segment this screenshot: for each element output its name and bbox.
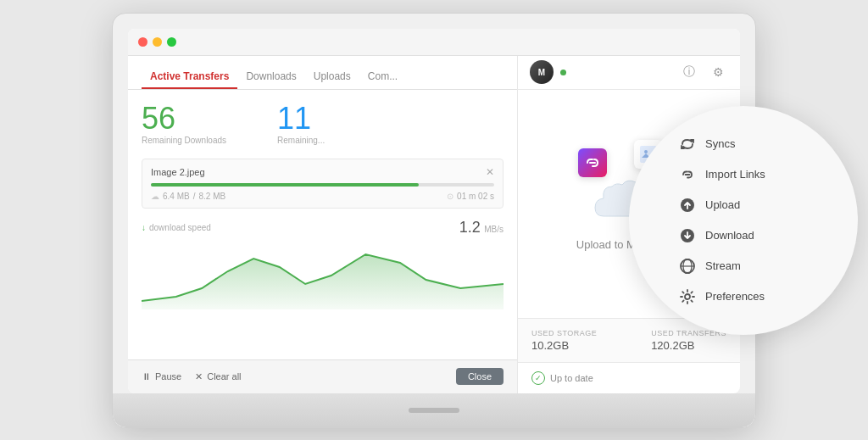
cloud-toolbar: ⓘ ⚙	[679, 62, 728, 82]
chart-svg	[142, 242, 504, 309]
menu-item-download[interactable]: Download	[671, 222, 824, 249]
remaining-downloads-count: 56	[142, 103, 226, 134]
time-remaining: 01 m 02 s	[457, 192, 494, 201]
info-button[interactable]: ⓘ	[679, 62, 699, 82]
upload-label: Upload	[705, 198, 740, 211]
download-label: Download	[705, 229, 754, 242]
download-icon	[678, 226, 697, 245]
speed-chart	[142, 242, 504, 309]
tab-active-transfers[interactable]: Active Transfers	[142, 70, 237, 89]
svg-point-1	[644, 150, 648, 153]
bottom-actions: ⏸ Pause ✕ Clear all	[142, 371, 242, 382]
window-titlebar	[128, 29, 740, 56]
link-menu-icon	[678, 165, 697, 184]
traffic-lights	[138, 37, 176, 47]
tabs-row: Active Transfers Downloads Uploads Com..…	[128, 56, 517, 90]
cloud-icon: ☁	[151, 192, 159, 201]
progress-bar	[151, 183, 494, 187]
remaining-downloads-stat: 56 Remaining Downloads	[142, 103, 226, 145]
minimize-traffic-light[interactable]	[153, 37, 162, 47]
clear-icon: ✕	[195, 371, 203, 382]
transfers-panel: Active Transfers Downloads Uploads Com..…	[128, 56, 518, 393]
size-done: 6.4 MB	[163, 192, 190, 201]
menu-item-upload[interactable]: Upload	[671, 192, 824, 219]
speed-value-area: 1.2 MB/s	[459, 219, 504, 237]
sync-icon	[678, 135, 697, 153]
syncs-label: Syncs	[705, 137, 735, 150]
remaining-downloads-label: Remaining Downloads	[142, 136, 226, 145]
remaining-uploads-stat: 11 Remaining...	[277, 103, 325, 145]
menu-item-import-links[interactable]: Import Links	[671, 161, 824, 188]
tab-completed[interactable]: Com...	[359, 70, 406, 89]
menu-item-stream[interactable]: Stream	[671, 253, 824, 280]
remaining-uploads-count: 11	[277, 103, 325, 134]
speed-header: ↓ download speed 1.2 MB/s	[142, 219, 504, 237]
progress-fill	[151, 183, 419, 187]
transfer-filename: Image 2.jpeg	[151, 167, 205, 177]
pause-button[interactable]: ⏸ Pause	[142, 371, 181, 382]
close-traffic-light[interactable]	[138, 37, 147, 47]
download-arrow-icon: ↓	[142, 223, 146, 232]
preferences-label: Preferences	[705, 290, 765, 303]
stream-label: Stream	[705, 259, 741, 272]
transfer-time-info: ⊙ 01 m 02 s	[447, 192, 494, 201]
stream-icon	[678, 257, 697, 276]
upload-icon	[678, 196, 697, 214]
uptodate-row: ✓ Up to date	[518, 362, 740, 393]
svg-point-11	[685, 294, 690, 299]
float-link-icon	[578, 148, 607, 177]
transfer-size-info: ☁ 6.4 MB / 8.2 MB	[151, 192, 225, 201]
used-storage-value: 10.2GB	[531, 339, 597, 352]
bottom-bar: ⏸ Pause ✕ Clear all Close	[128, 359, 517, 393]
close-window-button[interactable]: Close	[456, 368, 504, 385]
transfer-item: Image 2.jpeg ✕ ☁ 6.4 MB /	[142, 159, 504, 209]
laptop-base	[113, 393, 755, 427]
maximize-traffic-light[interactable]	[167, 37, 176, 47]
used-transfers-value: 120.2GB	[651, 339, 726, 352]
used-transfers-item: USED TRANSFERS 120.2GB	[651, 329, 726, 352]
clear-all-button[interactable]: ✕ Clear all	[195, 371, 241, 382]
link-svg	[584, 154, 601, 171]
cloud-titlebar: M ⓘ ⚙	[518, 56, 740, 90]
remaining-uploads-label: Remaining...	[277, 136, 325, 145]
transfer-content: 56 Remaining Downloads 11 Remaining...	[128, 90, 517, 359]
speed-label: ↓ download speed	[142, 223, 211, 232]
pause-icon: ⏸	[142, 371, 151, 382]
uptodate-text: Up to date	[550, 373, 593, 383]
used-storage-item: USED STORAGE 10.2GB	[531, 329, 597, 352]
status-dot	[560, 70, 566, 75]
size-total: 8.2 MB	[198, 192, 225, 201]
speed-unit: MB/s	[484, 225, 504, 234]
settings-button[interactable]: ⚙	[708, 62, 728, 82]
speed-section: ↓ download speed 1.2 MB/s	[142, 219, 504, 309]
import-links-label: Import Links	[705, 168, 765, 181]
uptodate-check-icon: ✓	[531, 371, 545, 385]
transfer-meta: ☁ 6.4 MB / 8.2 MB ⊙ 01 m 02 s	[151, 192, 494, 201]
tab-downloads[interactable]: Downloads	[237, 70, 304, 89]
mega-logo: M	[530, 60, 554, 84]
clock-icon: ⊙	[447, 192, 453, 201]
menu-item-syncs[interactable]: Syncs	[671, 131, 824, 158]
speed-value: 1.2	[459, 219, 481, 236]
used-storage-label: USED STORAGE	[531, 329, 597, 337]
transfer-close-button[interactable]: ✕	[486, 166, 494, 178]
gear-menu-icon	[678, 287, 697, 306]
stats-row: 56 Remaining Downloads 11 Remaining...	[142, 103, 504, 145]
laptop-notch	[409, 408, 459, 413]
scene: Active Transfers Downloads Uploads Com..…	[27, 13, 841, 428]
circular-menu: Syncs Import Links Upload	[629, 106, 858, 335]
tab-uploads[interactable]: Uploads	[305, 70, 359, 89]
menu-item-preferences[interactable]: Preferences	[671, 283, 824, 310]
transfer-item-header: Image 2.jpeg ✕	[151, 166, 494, 178]
